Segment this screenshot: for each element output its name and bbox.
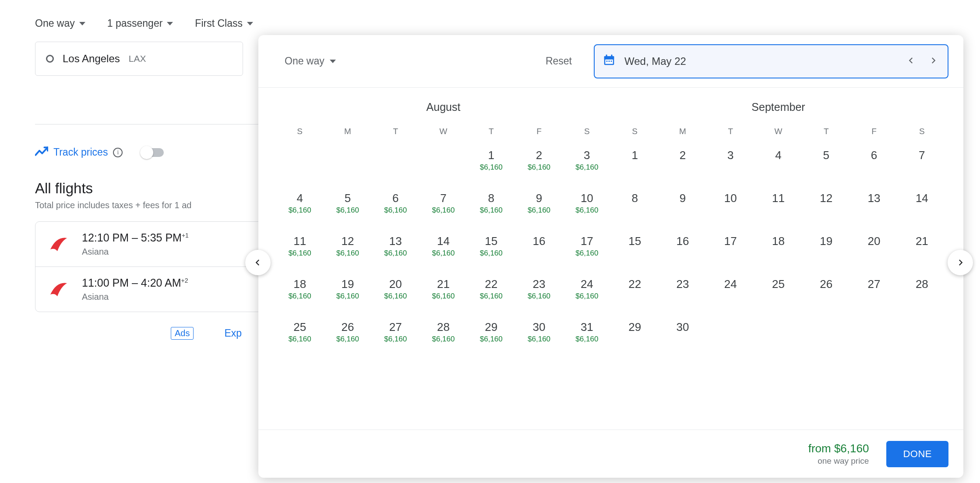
calendar-day[interactable]: 15	[611, 230, 659, 273]
calendar-day[interactable]: 7	[898, 144, 946, 187]
calendar-day[interactable]: 10$6,160	[563, 187, 611, 230]
month-name: September	[611, 101, 946, 114]
calendar-day[interactable]: 17	[707, 230, 754, 273]
calendar-day[interactable]: 30$6,160	[515, 316, 563, 359]
reset-button[interactable]: Reset	[546, 55, 572, 67]
day-number: 15	[628, 234, 641, 248]
info-icon[interactable]: i	[113, 148, 123, 157]
calendar-day[interactable]: 28$6,160	[419, 316, 467, 359]
day-price: $6,160	[575, 206, 598, 215]
dow-label: F	[515, 127, 563, 136]
calendar-day[interactable]: 18$6,160	[276, 273, 324, 316]
calendar-day[interactable]: 14$6,160	[419, 230, 467, 273]
calendar-day[interactable]: 29	[611, 316, 659, 359]
trip-type-dropdown[interactable]: One way	[35, 18, 85, 29]
calendar-day[interactable]: 29$6,160	[467, 316, 515, 359]
calendar-day[interactable]: 24$6,160	[563, 273, 611, 316]
calendar-day[interactable]: 18	[754, 230, 802, 273]
calendar-day[interactable]: 23	[659, 273, 706, 316]
calendar-day[interactable]: 11	[754, 187, 802, 230]
day-price: $6,160	[289, 335, 311, 344]
calendar-day[interactable]: 7$6,160	[419, 187, 467, 230]
day-price: $6,160	[384, 292, 407, 301]
departure-date-field[interactable]: Wed, May 22	[594, 44, 948, 78]
dow-label: M	[659, 127, 706, 136]
calendar-day[interactable]: 6$6,160	[372, 187, 419, 230]
calendar-day[interactable]: 17$6,160	[563, 230, 611, 273]
calendar-day[interactable]: 13	[850, 187, 898, 230]
calendar-day[interactable]: 21	[898, 230, 946, 273]
svg-point-5	[606, 60, 607, 62]
calendar-day[interactable]: 26$6,160	[324, 316, 371, 359]
sponsored-link[interactable]: Exp	[224, 327, 242, 339]
track-prices-toggle[interactable]	[141, 148, 164, 157]
calendar-day[interactable]: 14	[898, 187, 946, 230]
calendar-day[interactable]: 22$6,160	[467, 273, 515, 316]
day-number: 24	[581, 277, 593, 291]
calendar-day[interactable]: 25	[754, 273, 802, 316]
calendar-day[interactable]: 27	[850, 273, 898, 316]
calendar-day[interactable]: 5$6,160	[324, 187, 371, 230]
dow-label: W	[419, 127, 467, 136]
day-number: 31	[581, 320, 593, 334]
calendar-day[interactable]: 27$6,160	[372, 316, 419, 359]
calendar-day[interactable]: 23$6,160	[515, 273, 563, 316]
calendar-day[interactable]: 3	[707, 144, 754, 187]
dow-label: S	[563, 127, 611, 136]
calendar-day[interactable]: 9$6,160	[515, 187, 563, 230]
calendar-day[interactable]: 10	[707, 187, 754, 230]
passengers-dropdown[interactable]: 1 passenger	[107, 18, 173, 29]
day-number: 14	[437, 234, 450, 248]
calendar-day[interactable]: 15$6,160	[467, 230, 515, 273]
calendar-day[interactable]: 30	[659, 316, 706, 359]
picker-trip-type-dropdown[interactable]: One way	[285, 55, 336, 67]
calendar-day[interactable]: 2	[659, 144, 706, 187]
day-number: 2	[536, 149, 542, 162]
calendar-day[interactable]: 8	[611, 187, 659, 230]
calendar-day[interactable]: 28	[898, 273, 946, 316]
calendar-day[interactable]: 31$6,160	[563, 316, 611, 359]
day-price: $6,160	[528, 163, 550, 172]
calendar-day[interactable]: 2$6,160	[515, 144, 563, 187]
cabin-class-dropdown[interactable]: First Class	[195, 18, 253, 29]
calendar-day[interactable]: 16	[659, 230, 706, 273]
calendar-day[interactable]: 4$6,160	[276, 187, 324, 230]
day-number: 16	[676, 234, 689, 248]
calendar-day[interactable]: 24	[707, 273, 754, 316]
calendar-day[interactable]: 6	[850, 144, 898, 187]
calendar-day[interactable]: 22	[611, 273, 659, 316]
calendar-prev-button[interactable]	[245, 250, 271, 275]
origin-input[interactable]: Los Angeles LAX	[35, 42, 243, 76]
calendar-day[interactable]: 5	[802, 144, 850, 187]
calendar-day[interactable]: 21$6,160	[419, 273, 467, 316]
calendar-day[interactable]: 11$6,160	[276, 230, 324, 273]
calendar-day[interactable]: 20$6,160	[372, 273, 419, 316]
date-next-button[interactable]	[927, 53, 940, 69]
day-number: 28	[437, 320, 450, 334]
calendar-day[interactable]: 3$6,160	[563, 144, 611, 187]
calendar-day[interactable]: 26	[802, 273, 850, 316]
calendar-next-button[interactable]	[948, 250, 973, 275]
calendar-day[interactable]: 20	[850, 230, 898, 273]
calendar-day[interactable]: 13$6,160	[372, 230, 419, 273]
svg-rect-3	[611, 55, 612, 57]
calendar-day[interactable]: 16	[515, 230, 563, 273]
day-number: 8	[488, 192, 494, 205]
calendar-day[interactable]: 12	[802, 187, 850, 230]
day-number: 9	[536, 192, 542, 205]
calendar-day[interactable]: 4	[754, 144, 802, 187]
calendar-day[interactable]: 9	[659, 187, 706, 230]
date-prev-button[interactable]	[905, 53, 918, 69]
day-price: $6,160	[432, 249, 455, 258]
calendar-day[interactable]: 25$6,160	[276, 316, 324, 359]
done-button[interactable]: DONE	[886, 441, 948, 467]
calendar-day[interactable]: 19$6,160	[324, 273, 371, 316]
calendar-day[interactable]: 1$6,160	[467, 144, 515, 187]
calendar-day[interactable]: 19	[802, 230, 850, 273]
day-number: 28	[916, 277, 928, 291]
day-price: $6,160	[432, 335, 455, 344]
calendar-day[interactable]: 8$6,160	[467, 187, 515, 230]
calendar-day[interactable]: 12$6,160	[324, 230, 371, 273]
calendar-day[interactable]: 1	[611, 144, 659, 187]
departure-date-value: Wed, May 22	[624, 55, 896, 67]
